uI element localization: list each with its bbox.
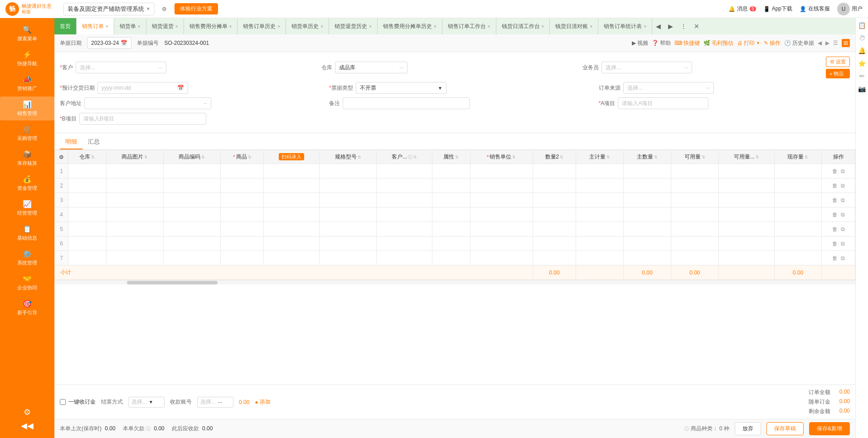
- b-project-input[interactable]: 请输入B项目: [79, 113, 206, 125]
- next-record-btn[interactable]: ▶: [825, 40, 829, 46]
- row-delete-btn[interactable]: 🗑: [832, 212, 838, 218]
- right-icon-2[interactable]: ⏱: [857, 33, 868, 43]
- print-btn[interactable]: 🖨 打印 ▼: [737, 39, 760, 47]
- tab-close-sales-refund[interactable]: ×: [175, 24, 178, 29]
- row-copy-btn[interactable]: ⧉: [841, 241, 845, 247]
- save-draft-button[interactable]: 保存草稿: [766, 422, 804, 435]
- account-select[interactable]: 选择... ···: [197, 397, 233, 408]
- right-icon-4[interactable]: ⭐: [857, 58, 868, 69]
- date-input[interactable]: 2023-03-24 📅: [87, 37, 131, 49]
- industry-button[interactable]: 体验行业方案: [175, 3, 218, 14]
- sort-icon[interactable]: ⇅: [512, 155, 516, 159]
- sidebar-item-guide[interactable]: 🎯 新手引导: [0, 296, 54, 320]
- barcode-btn[interactable]: 扫码录入: [279, 153, 304, 160]
- row-copy-btn[interactable]: ⧉: [841, 212, 845, 218]
- grid-view-btn[interactable]: ⊞: [842, 39, 850, 47]
- tab-sales-history[interactable]: 销售订单历史 ×: [238, 18, 286, 34]
- tab-close-sales-history[interactable]: ×: [277, 24, 280, 29]
- sort-icon[interactable]: ⇅: [805, 155, 808, 159]
- th-barcode[interactable]: 扫码录入: [264, 150, 320, 164]
- sidebar-item-sales[interactable]: 📊 销售管理: [0, 96, 54, 120]
- sidebar-item-marketing[interactable]: 📣 营销推广: [0, 72, 54, 96]
- tab-close-daily-clear[interactable]: ×: [542, 24, 544, 29]
- tab-close-sales-refund-history[interactable]: ×: [369, 24, 372, 29]
- sort-icon[interactable]: ⇅: [756, 155, 759, 159]
- save-new-button[interactable]: 保存&新增: [809, 422, 850, 435]
- shortcut-btn[interactable]: ⌨ 快捷键: [674, 39, 700, 47]
- row-delete-btn[interactable]: 🗑: [832, 183, 838, 189]
- column-settings-button[interactable]: ⚙ 设置: [826, 57, 850, 67]
- tab-sales-refund[interactable]: 销货退货 ×: [146, 18, 184, 34]
- tab-scroll-left[interactable]: ◀: [652, 23, 664, 30]
- row-delete-btn[interactable]: 🗑: [832, 168, 838, 174]
- tab-sales-order[interactable]: 销售订单 ×: [77, 18, 114, 34]
- row-delete-btn[interactable]: 🗑: [832, 226, 838, 232]
- delivery-date-input[interactable]: yyyy-mm-dd 📅: [97, 82, 188, 94]
- remarks-input[interactable]: [343, 97, 470, 109]
- tab-sales-refund-history[interactable]: 销货退货历史 ×: [329, 18, 378, 34]
- sidebar-item-search[interactable]: 🔍 搜索菜单: [0, 22, 54, 46]
- app-download-button[interactable]: 📱 App下载: [763, 5, 792, 13]
- tab-close-sales-return-history[interactable]: ×: [320, 24, 323, 29]
- profit-btn[interactable]: 🌿 毛利预估: [703, 39, 733, 47]
- tab-sales-fee-history[interactable]: 销售费用分摊单历史 ×: [378, 18, 442, 34]
- a-project-input[interactable]: 请输入A项目: [618, 97, 708, 109]
- add-goods-button[interactable]: + 物品: [826, 69, 850, 78]
- scroll-thumb[interactable]: [127, 281, 218, 284]
- payment-method-select[interactable]: 选择... ▼: [128, 397, 165, 408]
- tab-daily-reconcile[interactable]: 钱货日清对账 ×: [550, 18, 598, 34]
- sidebar-item-basic[interactable]: 📋 基础信息: [0, 221, 54, 245]
- tab-close-all[interactable]: ✕: [690, 23, 703, 30]
- right-icon-1[interactable]: 📋: [857, 20, 868, 31]
- notification-button[interactable]: 🔔 消息 9: [728, 5, 756, 13]
- tab-sales-fee[interactable]: 销售费用分摊单 ×: [184, 18, 238, 34]
- operations-btn[interactable]: ✎ 操作: [764, 39, 781, 47]
- sort-icon[interactable]: ⇅: [702, 155, 705, 159]
- history-btn[interactable]: 🕐 历史单据: [784, 39, 814, 47]
- right-icon-6[interactable]: 📷: [857, 83, 868, 94]
- sidebar-item-enterprise[interactable]: 🤝 企业协同: [0, 271, 54, 295]
- th-settings[interactable]: ⚙: [55, 150, 68, 164]
- sort-icon[interactable]: ⇅: [144, 155, 148, 159]
- tab-close-daily-reconcile[interactable]: ×: [590, 24, 592, 29]
- customer-address-input[interactable]: ···: [84, 97, 211, 109]
- sidebar-item-purchase[interactable]: 🛒 采购管理: [0, 121, 54, 145]
- sidebar-item-inventory[interactable]: 📦 库存核算: [0, 146, 54, 170]
- customer-input[interactable]: 选择... ···: [76, 62, 166, 73]
- right-icon-3[interactable]: 🔔: [857, 45, 868, 56]
- row-copy-btn[interactable]: ⧉: [841, 183, 845, 189]
- tab-detail[interactable]: 明细: [60, 136, 82, 149]
- tab-summary[interactable]: 汇总: [82, 136, 105, 149]
- warehouse-input[interactable]: 成品库 ···: [335, 62, 407, 73]
- sort-icon[interactable]: ⇅: [654, 155, 658, 159]
- tab-sales-workbench[interactable]: 销售订单工作台 ×: [442, 18, 496, 34]
- sidebar-settings-icon[interactable]: ⚙: [24, 407, 31, 417]
- tab-close-sales-summary[interactable]: ×: [644, 24, 646, 29]
- sort-icon[interactable]: ⇅: [560, 155, 563, 159]
- tab-sales-summary[interactable]: 销售订单统计表 ×: [598, 18, 652, 34]
- right-icon-5[interactable]: ✏: [857, 71, 868, 82]
- tab-sales-return[interactable]: 销货单 ×: [114, 18, 146, 34]
- sort-icon[interactable]: ⇅: [413, 155, 417, 159]
- row-copy-btn[interactable]: ⧉: [841, 226, 845, 232]
- tab-close-sales-return[interactable]: ×: [138, 24, 141, 29]
- tab-scroll-right[interactable]: ▶: [664, 23, 677, 30]
- row-copy-btn[interactable]: ⧉: [841, 168, 845, 174]
- quick-checkout-input[interactable]: [60, 399, 66, 405]
- list-view-btn[interactable]: ☰: [833, 40, 838, 46]
- sort-icon[interactable]: ⇅: [455, 155, 459, 159]
- tab-daily-clear[interactable]: 钱货日清工作台 ×: [496, 18, 550, 34]
- discard-button[interactable]: 放弃: [735, 422, 761, 435]
- tab-close-sales-fee-history[interactable]: ×: [434, 24, 436, 29]
- row-delete-btn[interactable]: 🗑: [832, 197, 838, 203]
- sort-icon[interactable]: ⇅: [248, 155, 252, 159]
- tab-close-sales-workbench[interactable]: ×: [488, 24, 490, 29]
- settings-icon[interactable]: ⚙: [158, 3, 171, 15]
- sidebar-item-operations[interactable]: 📈 经营管理: [0, 196, 54, 220]
- sort-icon[interactable]: ⇅: [358, 155, 361, 159]
- sidebar-item-quicknav[interactable]: ⚡ 快捷导航: [0, 47, 54, 71]
- sidebar-item-system[interactable]: ⚙️ 系统管理: [0, 246, 54, 270]
- invoice-type-select[interactable]: 不开票 ▼: [356, 82, 446, 94]
- row-delete-btn[interactable]: 🗑: [832, 241, 838, 247]
- sort-icon[interactable]: ⇅: [606, 155, 610, 159]
